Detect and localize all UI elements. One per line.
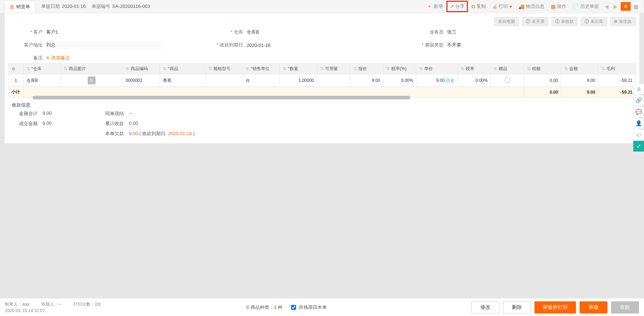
cell-price[interactable]: 9.00历史 (416, 74, 458, 87)
side-tag-button[interactable]: 🏷 (633, 129, 644, 140)
col-price[interactable]: ⇅单价 (416, 64, 458, 74)
col-tax[interactable]: ⇅税额 (524, 64, 561, 74)
right-sidebar: 🗎 🔗 💬 👤 🏷 ⤢ (633, 84, 644, 152)
field-warehouse: *仓库仓库B (212, 29, 413, 35)
pay-acc-value: 0.00 (129, 120, 138, 127)
side-doc-button[interactable]: 🗎 (633, 84, 644, 94)
cell-taxr2[interactable]: 0.00% (457, 74, 490, 87)
price-history-link[interactable]: 历史 (446, 78, 455, 83)
gear-icon: ⚙ (11, 66, 15, 71)
print-button[interactable]: 🖨打印▾ (489, 1, 515, 11)
edit-button[interactable]: 修改 (471, 301, 499, 313)
toolbar-right: ＋新增 ↗分享 ⧉复制 🖨打印▾ 🚚物流信息 ▦操作 📄历史单据 ◀ ▶ ≡ ▦ (424, 0, 641, 13)
col-image[interactable]: ⇅商品图片 (60, 64, 122, 74)
operate-button[interactable]: ▦操作 (548, 1, 569, 11)
footer: 制单人：aaa 审核人：-- 打印次数：0次 2020-01-16 14:32:… (0, 298, 644, 316)
prev-doc-button[interactable]: ◀ (602, 4, 611, 9)
cell-code[interactable]: 0000002 (122, 74, 160, 87)
col-avail[interactable]: ⇅可用量 (317, 64, 350, 74)
pay-deal-value: 9.00 (43, 120, 52, 127)
subtotal-amount: 9.00 (561, 87, 598, 98)
items-table: ⚙ ⇅*仓库 ⇅商品图片 ⇅商品编码 ⇅*商品 ⇅规格型号 ⇅*销售单位 ⇅*数… (8, 63, 636, 98)
view-grid-button[interactable]: ▦ (631, 2, 641, 11)
status-row: 来自电脑 ⓘ未开票 ⓘ未收款 ⓘ未出库 ⊘未生效 (5, 13, 639, 26)
cell-profit: -59.21 (598, 74, 635, 87)
col-spec[interactable]: ⇅规格型号 (205, 64, 243, 74)
status-outstock[interactable]: ⓘ未出库 (581, 17, 607, 26)
footer-time: 2020-01-16 14:32:07 (5, 307, 101, 314)
cell-item[interactable]: 香蕉 (160, 74, 205, 87)
cell-idx: 1 (9, 74, 24, 87)
col-gear[interactable]: ⚙ (9, 64, 24, 74)
view-toggle: ≡ ▦ (620, 2, 641, 11)
cell-taxrate[interactable]: 0.00% (383, 74, 416, 87)
cell-tax: 0.00 (524, 74, 561, 87)
footer-center: © 商品种类：1 种 价格跟踪本单 (246, 304, 327, 311)
cell-gift[interactable] (491, 74, 524, 87)
side-attach-button[interactable]: 🔗 (633, 95, 644, 106)
status-effect[interactable]: ⊘未生效 (610, 17, 636, 26)
col-unit[interactable]: ⇅*销售单位 (243, 64, 280, 74)
cell-qty[interactable]: 1.00000 (280, 74, 317, 87)
copy-button[interactable]: ⧉复制 (469, 1, 489, 11)
table-wrap: ⚙ ⇅*仓库 ⇅商品图片 ⇅商品编码 ⇅*商品 ⇅规格型号 ⇅*销售单位 ⇅*数… (5, 63, 639, 100)
audit-button[interactable]: 审核 (580, 301, 607, 313)
document-tab[interactable]: ▥ 销货单 (4, 0, 35, 13)
image-placeholder-icon: b (88, 76, 96, 84)
status-source[interactable]: 来自电脑 (494, 17, 519, 26)
add-button[interactable]: ＋新增 (424, 1, 446, 11)
next-doc-button[interactable]: ▶ (611, 4, 620, 9)
cell-quote[interactable]: 9.00 (350, 74, 383, 87)
cell-unit[interactable]: 台 (243, 74, 280, 87)
address-blank (55, 41, 163, 49)
col-qty[interactable]: ⇅*数量 (280, 64, 317, 74)
col-gift[interactable]: ⇅赠品 (491, 64, 524, 74)
delete-button[interactable]: 删除 (503, 301, 531, 313)
pay-settle-value: -- (129, 110, 132, 117)
col-code[interactable]: ⇅商品编码 (122, 64, 160, 74)
cell-wh[interactable]: 仓库B (23, 74, 60, 87)
doc-date: 单据日期2020-01-16 (41, 3, 86, 10)
side-expand-button[interactable]: ⤢ (633, 141, 644, 152)
ban-icon: ⊘ (614, 17, 618, 26)
doc-number: 单据编号SA-20200116-003 (92, 3, 150, 10)
col-profit[interactable]: ⇅毛利 (598, 64, 635, 74)
cell-image[interactable]: b (60, 74, 122, 87)
info-icon: ⓘ (526, 17, 530, 26)
table-header-row: ⚙ ⇅*仓库 ⇅商品图片 ⇅商品编码 ⇅*商品 ⇅规格型号 ⇅*销售单位 ⇅*数… (9, 64, 636, 74)
audit-print-button[interactable]: 审核并打印 (534, 301, 576, 313)
gift-checkbox[interactable] (505, 78, 510, 83)
subtotal-tax: 0.00 (524, 87, 561, 98)
price-follow-checkbox[interactable]: 价格跟踪本单 (290, 304, 327, 311)
col-warehouse[interactable]: ⇅*仓库 (23, 64, 60, 74)
status-receipt[interactable]: ⓘ未收款 (551, 17, 578, 26)
logistics-button[interactable]: 🚚物流信息 (515, 1, 547, 11)
info-icon: ⓘ (585, 17, 589, 26)
status-invoice[interactable]: ⓘ未开票 (522, 17, 548, 26)
col-amount[interactable]: ⇅金额 (561, 64, 598, 74)
cell-spec[interactable] (205, 74, 243, 87)
col-item[interactable]: ⇅*商品 (160, 64, 205, 74)
add-remark-button[interactable]: 添加备注 (46, 55, 70, 61)
doc-icon: ▥ (10, 4, 14, 9)
receipt-button[interactable]: 收款 (611, 301, 639, 313)
form-grid: *客户客户1 *仓库仓库B 业务员张三 客户地址刘总 *收款到期日2020-01… (5, 26, 639, 63)
table-row[interactable]: 1 仓库B b 0000002 香蕉 台 1.00000 9.00 0.00% … (9, 74, 636, 87)
side-user-button[interactable]: 👤 (633, 118, 644, 129)
col-taxr2[interactable]: ⇅税率 (457, 64, 490, 74)
top-toolbar: ▥ 销货单 单据日期2020-01-16 单据编号SA-20200116-003… (0, 0, 644, 13)
pay-total-label: 金额合计 (19, 110, 38, 117)
side-message-button[interactable]: 💬 (633, 107, 644, 117)
payment-section-title: 收款信息 (5, 100, 639, 110)
field-address: 客户地址刘总 (12, 41, 212, 49)
field-customer: *客户客户1 (12, 29, 212, 35)
history-button[interactable]: 📄历史单据 (570, 1, 602, 11)
horizontal-scrollbar[interactable] (33, 96, 410, 99)
col-taxrate[interactable]: ⇅税率(%) (383, 64, 416, 74)
payment-info: 金额合计9.00 成交金额9.00 同单现结-- 累计收款0.00 本单欠款 9… (5, 110, 639, 143)
view-list-button[interactable]: ≡ (621, 2, 631, 11)
cell-avail (317, 74, 350, 87)
col-quote[interactable]: ⇅报价 (350, 64, 383, 74)
document-card: 来自电脑 ⓘ未开票 ⓘ未收款 ⓘ未出库 ⊘未生效 *客户客户1 *仓库仓库B 业… (4, 13, 640, 144)
share-button[interactable]: ↗分享 (446, 1, 468, 12)
